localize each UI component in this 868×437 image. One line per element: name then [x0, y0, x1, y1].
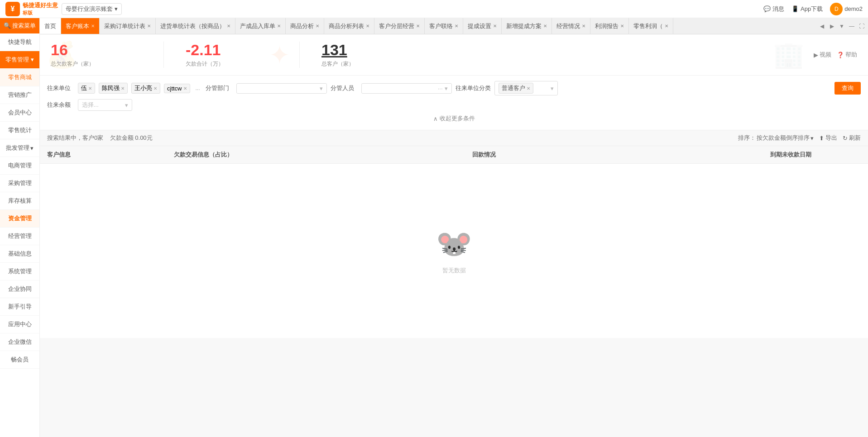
stat-total-customers: 🏢 131 总客户（家）: [300, 42, 814, 68]
amount-bg-icon: ✦: [269, 40, 290, 70]
tab-new-promotion[interactable]: 新增提成方案 ✕: [502, 18, 552, 34]
sidebar-item-purchase[interactable]: 采购管理: [0, 175, 39, 192]
refresh-button[interactable]: ↻ 刷新: [843, 134, 861, 142]
col-due-date: 到期未收款日期: [770, 151, 861, 159]
sidebar-item-retail-mall[interactable]: 零售商城: [0, 69, 39, 86]
tab-retail-profit[interactable]: 零售利润（ ✕: [629, 18, 673, 34]
sidebar-item-new-guide[interactable]: 新手引导: [0, 298, 39, 316]
remove-tag-cjttcw[interactable]: ✕: [183, 86, 187, 91]
sidebar-item-vip[interactable]: 畅会员: [0, 351, 39, 369]
tab-profit-report[interactable]: 利润报告 ✕: [590, 18, 629, 34]
filter-tag-chen[interactable]: 陈民强 ✕: [99, 83, 128, 94]
tab-promotion-settings[interactable]: 提成设置 ✕: [463, 18, 502, 34]
tab-close-icon[interactable]: ✕: [543, 24, 547, 28]
tab-close-icon[interactable]: ✕: [366, 24, 369, 28]
remove-category-tag[interactable]: ✕: [527, 86, 530, 91]
tab-close-icon[interactable]: ✕: [277, 24, 281, 28]
remove-tag-chen[interactable]: ✕: [121, 86, 125, 91]
help-icon: ❓: [837, 52, 844, 58]
collapse-button[interactable]: ∧ 收起更多条件: [433, 114, 475, 123]
filter-tag-cjttcw[interactable]: cjttcw ✕: [164, 84, 190, 93]
tab-close-icon[interactable]: ✕: [620, 24, 624, 28]
sidebar-item-basic-info[interactable]: 基础信息: [0, 245, 39, 263]
remove-tag-wang[interactable]: ✕: [153, 86, 157, 91]
user-profile[interactable]: D demo2: [830, 3, 863, 15]
unit-category-label: 往来单位分类: [456, 84, 491, 92]
header-right: 💬 消息 📱 App下载 D demo2: [763, 3, 863, 15]
sidebar-search[interactable]: 🔍 搜索菜单: [0, 18, 39, 33]
sidebar-item-enterprise-wechat[interactable]: 企业微信: [0, 333, 39, 351]
balance-select[interactable]: 选择... ▾: [78, 99, 132, 111]
tab-product-analysis-list[interactable]: 商品分析列表 ✕: [324, 18, 374, 34]
filter-tag-wu[interactable]: 伍 ✕: [78, 83, 95, 94]
tab-customer-segment[interactable]: 客户分层经营 ✕: [374, 18, 425, 34]
unit-category-select[interactable]: 普通客户 ✕ ▾: [494, 81, 558, 95]
tab-product-analysis[interactable]: 商品分析 ✕: [286, 18, 324, 34]
sidebar-item-finance[interactable]: 资金管理: [0, 210, 39, 228]
export-button[interactable]: ⬆ 导出: [819, 134, 837, 142]
tab-business-status[interactable]: 经营情况 ✕: [552, 18, 590, 34]
sidebar-item-business-mgmt[interactable]: 经营管理: [0, 228, 39, 245]
balance-chevron-icon: ▾: [125, 102, 128, 109]
tab-close-icon[interactable]: ✕: [416, 24, 420, 28]
tab-next-button[interactable]: ▶: [827, 22, 836, 31]
dept-select[interactable]: ▾: [236, 83, 327, 94]
person-select[interactable]: ··· ▾: [361, 83, 452, 94]
building-bg-icon: 🏢: [773, 40, 805, 70]
avatar: D: [830, 3, 843, 15]
sidebar-item-member[interactable]: 会员中心: [0, 104, 39, 122]
logo-area: ¥ 畅捷通好生意 标版: [5, 1, 58, 16]
tab-home[interactable]: 首页: [40, 18, 61, 34]
main-layout: 🔍 搜索菜单 快捷导航 零售管理 ▾ 零售商城 营销推广 会员中心 零售统计 批…: [0, 18, 868, 437]
app-title: 畅捷通好生意 标版: [23, 1, 58, 16]
remove-tag-wu[interactable]: ✕: [88, 86, 92, 91]
sidebar-item-wholesale[interactable]: 批发管理 ▾: [0, 139, 39, 157]
tab-close-icon[interactable]: ✕: [455, 24, 458, 28]
sidebar-item-system[interactable]: 系统管理: [0, 263, 39, 280]
app-download-button[interactable]: 📱 App下载: [791, 5, 823, 13]
person-chevron-icon: ▾: [445, 85, 448, 92]
tab-customer-book[interactable]: 客户账本 ✕: [61, 18, 100, 34]
filter-tag-wang[interactable]: 王小亮 ✕: [131, 83, 160, 94]
tab-product-instock[interactable]: 产成品入库单 ✕: [235, 18, 286, 34]
sidebar: 🔍 搜索菜单 快捷导航 零售管理 ▾ 零售商城 营销推广 会员中心 零售统计 批…: [0, 18, 40, 437]
stat-value-total-customers: 131: [321, 42, 792, 58]
person-clear-icon[interactable]: ···: [438, 85, 443, 92]
sidebar-item-retail-stats[interactable]: 零售统计: [0, 122, 39, 139]
sidebar-item-retail[interactable]: 零售管理 ▾: [0, 51, 39, 69]
tab-purchase-order[interactable]: 采购订单统计表 ✕: [100, 18, 156, 34]
tab-customer-contact[interactable]: 客户联络 ✕: [425, 18, 463, 34]
sidebar-item-ecommerce[interactable]: 电商管理: [0, 157, 39, 175]
tab-close-icon[interactable]: ✕: [582, 24, 585, 28]
tab-maximize-button[interactable]: ⛶: [857, 22, 866, 31]
sidebar-item-app-center[interactable]: 应用中心: [0, 316, 39, 333]
tab-purchase-stats[interactable]: 进货单统计表（按商品） ✕: [156, 18, 235, 34]
video-button[interactable]: ▶ 视频: [814, 51, 831, 59]
sort-select[interactable]: 排序： 按欠款金额倒序排序 ▾: [738, 134, 814, 142]
help-button[interactable]: ❓ 帮助: [837, 51, 857, 59]
balance-label: 往来余额: [47, 101, 74, 109]
empty-text: 暂无数据: [442, 266, 466, 275]
tab-close-icon[interactable]: ✕: [665, 24, 668, 28]
tab-close-icon[interactable]: ✕: [227, 24, 230, 28]
more-tags-button[interactable]: ...: [194, 84, 202, 92]
tab-close-icon[interactable]: ✕: [147, 24, 151, 28]
sidebar-item-inventory[interactable]: 库存核算: [0, 192, 39, 210]
message-button[interactable]: 💬 消息: [763, 5, 784, 13]
tab-close-icon[interactable]: ✕: [316, 24, 319, 28]
sidebar-item-enterprise-collab[interactable]: 企业协同: [0, 280, 39, 298]
tab-close-icon[interactable]: ✕: [91, 24, 95, 28]
tab-prev-button[interactable]: ◀: [817, 22, 826, 31]
results-header: 搜索结果中，客户0家 欠款金额 0.00元 排序： 按欠款金额倒序排序 ▾ ⬆ …: [40, 130, 868, 146]
tab-minimize-button[interactable]: —: [847, 22, 856, 31]
tab-close-icon[interactable]: ✕: [493, 24, 497, 28]
sidebar-item-quick-nav[interactable]: 快捷导航: [0, 33, 39, 51]
tab-menu-button[interactable]: ▼: [837, 22, 846, 31]
page-actions: ▶ 视频 ❓ 帮助: [814, 51, 857, 59]
stats-bar: 💰 16 总欠款客户（家） ✦ -2.11 欠款合计（万） 🏢 131 总客户（…: [40, 34, 868, 76]
account-selector[interactable]: 母婴行业演示账套 ▾: [62, 3, 122, 15]
sidebar-item-marketing[interactable]: 营销推广: [0, 86, 39, 104]
chevron-icon: ▾: [31, 56, 34, 63]
query-button[interactable]: 查询: [834, 82, 861, 95]
stat-credit-customers: 💰 16 总欠款客户（家）: [51, 42, 164, 68]
